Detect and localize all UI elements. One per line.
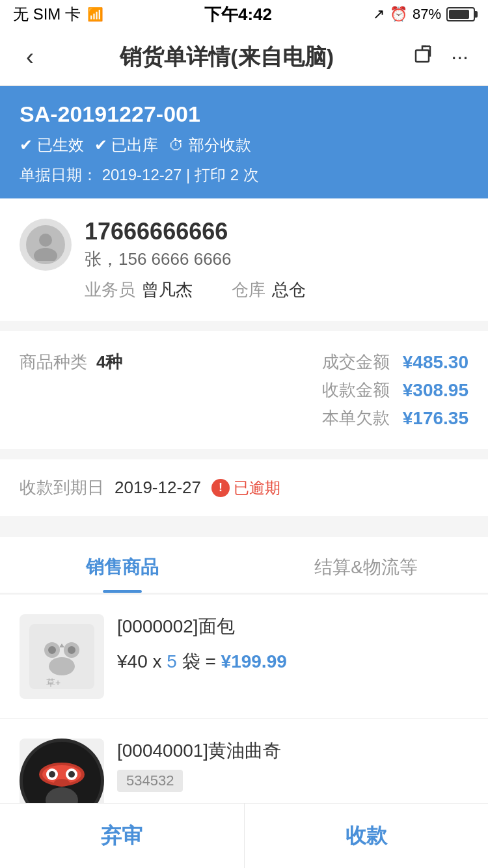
customer-meta: 业务员 曾凡杰 仓库 总仓 bbox=[20, 278, 468, 301]
product-thumb-1: 草+ bbox=[20, 614, 104, 699]
customer-section: 17666666666 张，156 6666 6666 业务员 曾凡杰 仓库 总… bbox=[0, 198, 488, 321]
battery-percent: 87% bbox=[413, 6, 441, 23]
warehouse-meta: 仓库 总仓 bbox=[232, 278, 306, 301]
battery-bar bbox=[446, 7, 475, 21]
tab-settlement-label: 结算&物流等 bbox=[314, 557, 418, 577]
sales-meta: 业务员 曾凡杰 bbox=[85, 278, 193, 301]
received-row: 收款金额 ¥308.95 bbox=[322, 379, 468, 401]
product-type-value: 4种 bbox=[96, 351, 122, 373]
svg-point-21 bbox=[54, 779, 70, 787]
divider bbox=[0, 526, 488, 537]
summary-right: 成交金额 ¥485.30 收款金额 ¥308.95 本单欠款 ¥176.35 bbox=[322, 351, 468, 429]
nav-bar: ‹ 销货单详情(来自电脑) ··· bbox=[0, 29, 488, 86]
svg-point-8 bbox=[48, 646, 56, 654]
reject-button[interactable]: 弃审 bbox=[0, 804, 245, 869]
badge-effective: ✔ 已生效 bbox=[20, 135, 84, 156]
carrier-label: 无 SIM 卡 bbox=[13, 4, 81, 25]
order-id: SA-20191227-001 bbox=[20, 102, 468, 127]
product-type-row: 商品种类 4种 bbox=[20, 351, 122, 373]
wifi-icon: 📶 bbox=[87, 7, 103, 22]
print-count: 打印 2 次 bbox=[195, 166, 259, 183]
owed-row: 本单欠款 ¥176.35 bbox=[322, 407, 468, 429]
overdue-icon: ! bbox=[211, 479, 230, 497]
product-eq-1: = bbox=[205, 651, 221, 671]
due-section: 收款到期日 2019-12-27 ! 已逾期 bbox=[0, 459, 488, 516]
due-label: 收款到期日 bbox=[20, 476, 104, 499]
product-info-1: [0000002]面包 ¥40 x 5 袋 = ¥199.99 bbox=[117, 614, 468, 674]
bottom-actions: 弃审 收款 bbox=[0, 803, 488, 868]
status-bar-right: ↗ ⏰ 87% bbox=[373, 6, 475, 23]
tab-settlement[interactable]: 结算&物流等 bbox=[244, 537, 488, 593]
collect-button[interactable]: 收款 bbox=[245, 804, 489, 869]
avatar bbox=[20, 219, 72, 271]
product-unit-1: 袋 bbox=[182, 651, 200, 671]
svg-point-19 bbox=[49, 771, 55, 778]
customer-info: 17666666666 张，156 6666 6666 bbox=[85, 218, 232, 271]
avatar-icon bbox=[26, 225, 65, 264]
owed-value: ¥176.35 bbox=[403, 408, 468, 429]
amount-row: 成交金额 ¥485.30 bbox=[322, 351, 468, 373]
product-price-1: ¥40 bbox=[117, 651, 148, 671]
nav-actions: ··· bbox=[413, 44, 468, 71]
owed-label: 本单欠款 bbox=[322, 407, 390, 429]
warehouse-name: 总仓 bbox=[272, 278, 306, 301]
page-title: 销货单详情(来自电脑) bbox=[120, 42, 334, 72]
svg-rect-0 bbox=[416, 50, 429, 62]
separator: | bbox=[186, 166, 195, 183]
product-sku-badge-2: 534532 bbox=[117, 770, 183, 792]
share-button[interactable] bbox=[413, 44, 435, 71]
sales-name: 曾凡杰 bbox=[142, 278, 193, 301]
order-badges: ✔ 已生效 ✔ 已出库 ⏱ 部分收款 bbox=[20, 135, 468, 156]
svg-point-20 bbox=[68, 771, 75, 778]
tabs-section: 销售商品 结算&物流等 bbox=[0, 537, 488, 593]
received-label: 收款金额 bbox=[322, 379, 390, 401]
summary-section: 商品种类 4种 成交金额 ¥485.30 收款金额 ¥308.95 本单欠款 ¥… bbox=[0, 331, 488, 449]
product-name-2: [00040001]黄油曲奇 bbox=[117, 739, 468, 763]
svg-point-10 bbox=[49, 657, 75, 675]
status-bar: 无 SIM 卡 📶 下午4:42 ↗ ⏰ 87% bbox=[0, 0, 488, 29]
svg-text:草+: 草+ bbox=[46, 677, 61, 688]
svg-point-3 bbox=[39, 234, 52, 247]
customer-contact: 张，156 6666 6666 bbox=[85, 248, 232, 271]
battery-fill bbox=[449, 10, 469, 19]
date-label: 单据日期： bbox=[20, 166, 98, 183]
product-name-1: [0000002]面包 bbox=[117, 614, 468, 639]
order-header: SA-20191227-001 ✔ 已生效 ✔ 已出库 ⏱ 部分收款 单据日期：… bbox=[0, 86, 488, 198]
status-bar-left: 无 SIM 卡 📶 bbox=[13, 4, 103, 25]
alarm-icon: ⏰ bbox=[390, 6, 407, 23]
badge-partial-payment: ⏱ 部分收款 bbox=[169, 135, 251, 156]
product-type-label: 商品种类 bbox=[20, 351, 87, 373]
amount-value: ¥485.30 bbox=[403, 352, 468, 373]
warehouse-label: 仓库 bbox=[232, 278, 265, 301]
tab-products[interactable]: 销售商品 bbox=[0, 537, 244, 593]
order-date-info: 单据日期： 2019-12-27 | 打印 2 次 bbox=[20, 165, 468, 185]
summary-left: 商品种类 4种 bbox=[20, 351, 122, 373]
svg-point-4 bbox=[34, 248, 57, 261]
svg-point-9 bbox=[68, 646, 75, 654]
back-button[interactable]: ‹ bbox=[20, 37, 40, 77]
received-value: ¥308.95 bbox=[403, 380, 468, 401]
status-bar-time: 下午4:42 bbox=[204, 3, 272, 26]
tab-products-label: 销售商品 bbox=[86, 557, 159, 577]
badge-shipped: ✔ 已出库 bbox=[94, 135, 159, 156]
customer-account: 17666666666 bbox=[85, 218, 232, 245]
overdue-badge: ! 已逾期 bbox=[211, 478, 280, 498]
due-date: 2019-12-27 bbox=[115, 478, 201, 498]
product-x-1: x bbox=[153, 651, 167, 671]
product-total-1: ¥199.99 bbox=[221, 651, 287, 671]
more-button[interactable]: ··· bbox=[451, 45, 468, 69]
svg-rect-5 bbox=[29, 624, 94, 689]
amount-label: 成交金额 bbox=[322, 351, 390, 373]
order-date: 2019-12-27 bbox=[102, 166, 182, 183]
sales-label: 业务员 bbox=[85, 278, 135, 301]
overdue-label: 已逾期 bbox=[234, 478, 280, 498]
product-item-1: 草+ [0000002]面包 ¥40 x 5 袋 = ¥199.99 bbox=[0, 595, 488, 719]
product-qty-1: 5 bbox=[167, 651, 177, 671]
product-price-row-1: ¥40 x 5 袋 = ¥199.99 bbox=[117, 649, 468, 674]
location-icon: ↗ bbox=[373, 6, 385, 23]
customer-row: 17666666666 张，156 6666 6666 bbox=[20, 218, 468, 271]
